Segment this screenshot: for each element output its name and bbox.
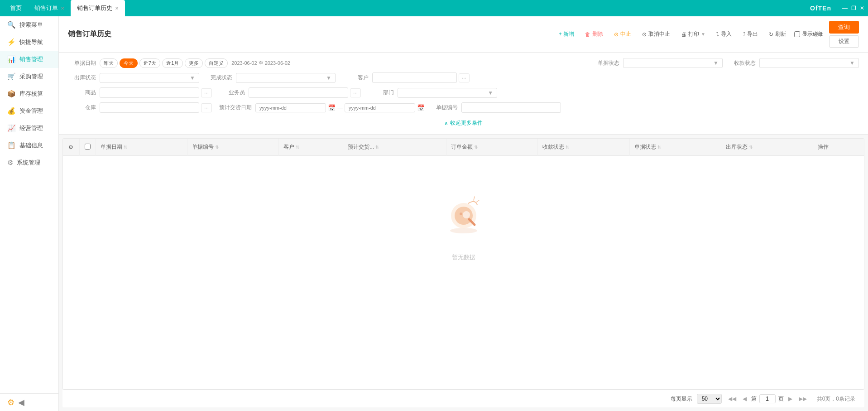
- display-cols-checkbox[interactable]: [794, 31, 800, 37]
- sidebar-item-inventory[interactable]: 📦 库存核算: [0, 85, 58, 102]
- print-button[interactable]: 🖨 打印 ▼: [678, 29, 708, 39]
- refresh-button[interactable]: ↻ 刷新: [766, 29, 789, 39]
- brand-text: OfTEn: [810, 5, 831, 12]
- warehouse-input[interactable]: [100, 102, 199, 113]
- sidebar-item-label-quick-nav: 快捷导航: [19, 38, 43, 46]
- sidebar-item-sales-mgmt[interactable]: 📊 销售管理: [0, 51, 58, 68]
- sort-order-amount[interactable]: 订单金额: [451, 143, 533, 151]
- dept-select[interactable]: ▼: [398, 88, 497, 98]
- warehouse-ellipsis-btn[interactable]: ···: [201, 103, 212, 112]
- collapse-filter-row[interactable]: ∧ 收起更多条件: [68, 117, 859, 129]
- query-button[interactable]: 查询: [829, 21, 859, 34]
- customer-input[interactable]: [372, 73, 457, 83]
- display-cols-label: 显示碰细: [802, 30, 824, 38]
- tab-sales-order-history[interactable]: 销售订单历史 ✕: [71, 0, 125, 16]
- date-range-display: 2023-06-02 至 2023-06-02: [231, 60, 290, 67]
- expected-date-end-input[interactable]: [345, 103, 415, 112]
- cancel-stop-button[interactable]: ⊙ 取消中止: [639, 29, 673, 39]
- sidebar-settings-icon[interactable]: ⚙: [7, 397, 14, 407]
- last-page-btn[interactable]: ▶▶: [797, 395, 809, 403]
- th-checkbox[interactable]: [79, 139, 96, 156]
- sort-customer[interactable]: 客户: [283, 143, 338, 151]
- date-btn-1month[interactable]: 近1月: [162, 58, 183, 68]
- calendar-start-icon[interactable]: 📅: [328, 104, 336, 111]
- window-restore-btn[interactable]: ❐: [851, 5, 856, 11]
- date-btn-custom[interactable]: 自定义: [205, 58, 228, 68]
- sidebar-item-purchase-mgmt[interactable]: 🛒 采购管理: [0, 68, 58, 85]
- out-status-arrow-icon: ▼: [190, 75, 195, 81]
- tab-home[interactable]: 首页: [4, 0, 28, 16]
- sort-expected-date[interactable]: 预计交货...: [348, 143, 441, 151]
- out-status-select[interactable]: ▼: [100, 73, 199, 83]
- sidebar-item-base-info[interactable]: 📋 基础信息: [0, 137, 58, 154]
- th-customer[interactable]: 客户: [279, 139, 343, 156]
- th-actions: 操作: [813, 139, 864, 156]
- window-minimize-btn[interactable]: —: [842, 5, 848, 11]
- th-doc-no[interactable]: 单据编号: [187, 139, 278, 156]
- settings-button[interactable]: 设置: [829, 35, 859, 48]
- sidebar-item-search-menu[interactable]: 🔍 搜索菜单: [0, 16, 58, 34]
- sidebar-item-sys-mgmt[interactable]: ⚙ 系统管理: [0, 154, 58, 171]
- import-button[interactable]: ⤵ 导入: [714, 29, 734, 39]
- th-receipt-status[interactable]: 收款状态: [538, 139, 629, 156]
- goods-control: ···: [100, 87, 212, 98]
- date-filter-label: 单据日期: [68, 59, 100, 67]
- date-btn-7days[interactable]: 近7天: [139, 58, 160, 68]
- tab-close-sales-order[interactable]: ✕: [61, 6, 64, 11]
- th-order-amount[interactable]: 订单金额: [446, 139, 537, 156]
- goods-input[interactable]: [100, 87, 199, 98]
- prev-page-btn[interactable]: ◀: [741, 395, 748, 403]
- th-doc-status[interactable]: 单据状态: [629, 139, 721, 156]
- export-button[interactable]: ⤴ 导出: [740, 29, 761, 39]
- sidebar-item-label-sales-mgmt: 销售管理: [19, 55, 43, 63]
- th-out-status[interactable]: 出库状态: [721, 139, 813, 156]
- tab-close-sales-order-history[interactable]: ✕: [115, 6, 119, 11]
- salesman-ellipsis-btn[interactable]: ···: [350, 88, 361, 97]
- receipt-status-select[interactable]: ▼: [759, 58, 859, 68]
- date-btn-today[interactable]: 今天: [120, 58, 138, 68]
- delete-button[interactable]: 🗑 删除: [582, 29, 606, 39]
- sort-doc-date[interactable]: 单据日期: [101, 143, 182, 151]
- stop-button[interactable]: ⊘ 中止: [611, 29, 634, 39]
- goods-ellipsis-btn[interactable]: ···: [201, 88, 212, 97]
- doc-status-select[interactable]: ▼: [623, 58, 723, 68]
- sort-doc-no[interactable]: 单据编号: [192, 143, 274, 151]
- expected-date-start-input[interactable]: [255, 103, 326, 112]
- refresh-icon: ↻: [769, 31, 773, 38]
- doc-no-input[interactable]: [461, 102, 561, 113]
- select-all-checkbox[interactable]: [85, 144, 91, 150]
- sidebar-item-finance[interactable]: 💰 资金管理: [0, 102, 58, 120]
- finance-icon: 💰: [7, 107, 16, 115]
- complete-status-select[interactable]: ▼: [236, 73, 336, 83]
- sort-doc-status[interactable]: 单据状态: [634, 143, 716, 151]
- sidebar-collapse-icon[interactable]: ◀: [18, 397, 24, 407]
- th-doc-date[interactable]: 单据日期: [96, 139, 187, 156]
- th-expected-date[interactable]: 预计交货...: [343, 139, 446, 156]
- first-page-btn[interactable]: ◀◀: [726, 395, 738, 403]
- window-close-btn[interactable]: ✕: [860, 5, 864, 11]
- date-btn-yesterday[interactable]: 昨天: [100, 58, 118, 68]
- date-btn-more[interactable]: 更多: [185, 58, 203, 68]
- customer-ellipsis-btn[interactable]: ···: [459, 73, 470, 82]
- sort-out-status[interactable]: 出库状态: [726, 143, 808, 151]
- th-settings[interactable]: ⚙: [63, 139, 79, 156]
- sidebar-item-label-search-menu: 搜索菜单: [19, 21, 43, 29]
- sort-receipt-status[interactable]: 收款状态: [542, 143, 624, 151]
- empty-state-cell: 暂无数据: [63, 156, 864, 298]
- tab-sales-order[interactable]: 销售订单 ✕: [28, 0, 71, 16]
- date-buttons: 昨天 今天 近7天 近1月 更多 自定义: [100, 58, 228, 68]
- empty-state-row: 暂无数据: [63, 156, 864, 298]
- page-nav: ◀◀ ◀ 第 页 ▶ ▶▶: [726, 394, 809, 403]
- salesman-input[interactable]: [249, 87, 348, 98]
- next-page-btn[interactable]: ▶: [786, 395, 794, 403]
- customer-label: 客户: [343, 74, 372, 82]
- page-size-select[interactable]: 50 10 20 100: [697, 394, 722, 404]
- page-number-input[interactable]: [759, 394, 776, 403]
- calendar-end-icon[interactable]: 📅: [417, 104, 425, 111]
- ops-mgmt-icon: 📈: [7, 124, 16, 132]
- sidebar-item-quick-nav[interactable]: ⚡ 快捷导航: [0, 34, 58, 51]
- table-footer: 每页显示 50 10 20 100 ◀◀ ◀ 第 页 ▶ ▶▶ 共0页，0条记录: [62, 390, 864, 407]
- new-button[interactable]: + 新增: [556, 29, 577, 39]
- empty-text: 暂无数据: [452, 253, 475, 261]
- sidebar-item-ops-mgmt[interactable]: 📈 经营管理: [0, 120, 58, 137]
